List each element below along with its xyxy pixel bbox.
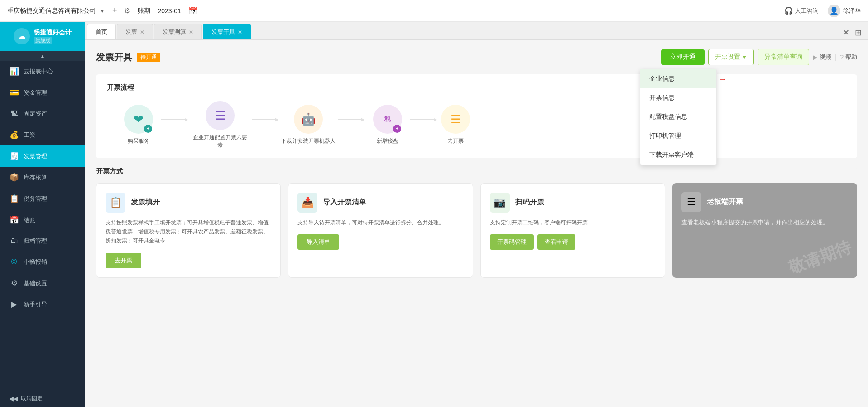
- sidebar-label-zijin: 资金管理: [24, 89, 47, 97]
- methods-title: 开票方式: [96, 167, 857, 176]
- sidebar-label-xinshou: 新手引导: [24, 300, 47, 309]
- sidebar-item-gudingzichan[interactable]: 🏗 固定资产: [0, 103, 85, 124]
- dropdown-item-ticket-info[interactable]: 开票信息: [640, 88, 716, 107]
- scroll-up-btn[interactable]: ▲: [0, 51, 85, 61]
- flow-icon-5: ☰: [441, 105, 470, 134]
- sidebar-item-guidang[interactable]: 🗂 归档管理: [0, 231, 85, 252]
- tab-fapiaokaiju[interactable]: 发票开具 ✕: [203, 24, 251, 39]
- close-tab-kaiju-icon[interactable]: ✕: [238, 29, 242, 35]
- sidebar-item-fapiao[interactable]: 🧾 发票管理: [0, 145, 85, 167]
- calendar-icon[interactable]: 📅: [188, 6, 197, 15]
- sidebar-label-fapiao: 发票管理: [24, 152, 47, 160]
- sidebar-label-yunbao: 云报表中心: [24, 68, 53, 76]
- sidebar-item-yunbao[interactable]: 📊 云报表中心: [0, 61, 85, 82]
- dropdown-item-download[interactable]: 下载开票客户端: [640, 145, 716, 165]
- refresh-icon: ©: [9, 257, 19, 266]
- user-profile-btn[interactable]: 👤 徐泽华: [828, 5, 861, 17]
- sidebar-item-kucun[interactable]: 📦 库存核算: [0, 167, 85, 188]
- content-area: 首页 发票 ✕ 发票测算 ✕ 发票开具 ✕ ✕ ⊞: [85, 22, 868, 407]
- sidebar-label-xiaochang: 小畅报销: [24, 258, 47, 266]
- human-consult-btn[interactable]: 🎧 人工咨询: [784, 6, 819, 15]
- sidebar-label-kucun: 库存核算: [24, 174, 47, 182]
- cancel-pin-btn[interactable]: ◀◀ 取消固定: [0, 390, 85, 407]
- flow-label-3: 下载并安装开票机器人: [281, 137, 336, 145]
- red-arrow-icon: →: [718, 74, 727, 84]
- dropdown-tax-info-label: 配置税盘信息: [649, 113, 687, 120]
- tabs-list: 首页 发票 ✕ 发票测算 ✕ 发票开具 ✕: [85, 22, 836, 39]
- dropdown-item-tax-info[interactable]: 配置税盘信息: [640, 107, 716, 126]
- sidebar: ☁ 畅捷通好会计 旗舰版 ▲ 📊 云报表中心 💳 资金管理 🏗 固定资产: [0, 22, 85, 407]
- tab-home-label: 首页: [96, 28, 107, 36]
- page-title: 发票开具: [96, 51, 132, 63]
- activate-btn[interactable]: 立即开通: [661, 49, 705, 65]
- scan-method-btn1[interactable]: 开票码管理: [490, 234, 534, 250]
- sidebar-items: 📊 云报表中心 💳 资金管理 🏗 固定资产 💰 工资 🧾 发票管理 📦: [0, 61, 85, 390]
- company-selector[interactable]: 重庆畅捷交通信息咨询有限公司 ▼: [7, 7, 105, 15]
- methods-section: 开票方式 📋 发票填开 支持按照发票样式手工填开发票；可开具增值税电子普通发票、…: [96, 167, 857, 278]
- tab-home[interactable]: 首页: [87, 24, 116, 39]
- scan-btn-group: 开票码管理 查看申请: [490, 234, 656, 250]
- play-icon: ▶: [9, 300, 19, 309]
- tab-fapiaocesuan[interactable]: 发票测算 ✕: [154, 24, 202, 39]
- method-card-scan-header: 📷 扫码开票: [490, 193, 656, 213]
- dropdown-item-company-info[interactable]: 企业信息 →: [640, 69, 716, 88]
- dropdown-printer-label: 打印机管理: [649, 132, 681, 139]
- play2-icon: ▶: [813, 53, 818, 61]
- chevron-down2-icon: ▼: [742, 54, 747, 60]
- flow-label-2: 企业开通配置开票六要素: [191, 134, 249, 149]
- settings-icon[interactable]: ⚙: [124, 6, 130, 15]
- calendar2-icon: 📅: [9, 215, 19, 225]
- sidebar-item-shuiwu[interactable]: 📋 税务管理: [0, 188, 85, 209]
- sidebar-item-xinshou[interactable]: ▶ 新手引导: [0, 294, 85, 315]
- box-icon: 📦: [9, 173, 19, 182]
- video-btn[interactable]: ▶ 视频: [813, 53, 831, 61]
- help-label: 帮助: [845, 53, 857, 61]
- scan-method-btn2[interactable]: 查看申请: [537, 234, 575, 250]
- dropdown-download-label: 下载开票客户端: [649, 151, 694, 158]
- flow-label-1: 购买服务: [128, 137, 149, 145]
- top-bar: 重庆畅捷交通信息咨询有限公司 ▼ + ⚙ 账期 2023-01 📅 🎧 人工咨询…: [0, 0, 868, 22]
- close-window-btn[interactable]: ✕: [841, 26, 851, 39]
- sidebar-item-jichushezhi[interactable]: ⚙ 基础设置: [0, 272, 85, 294]
- add-icon[interactable]: +: [112, 6, 117, 15]
- dropdown-item-printer[interactable]: 打印机管理: [640, 126, 716, 145]
- method-card-fill-header: 📋 发票填开: [106, 193, 271, 213]
- sidebar-item-xiaochang[interactable]: © 小畅报销: [0, 252, 85, 272]
- fill-method-btn[interactable]: 去开票: [106, 253, 141, 268]
- flow-title: 开票流程: [107, 83, 846, 92]
- tab-fapiao[interactable]: 发票 ✕: [117, 24, 153, 39]
- sidebar-label-shuiwu: 税务管理: [24, 195, 47, 203]
- abnormal-list-btn[interactable]: 异常清单查询: [758, 49, 809, 65]
- status-badge: 待开通: [137, 53, 160, 62]
- pin-icon: ◀◀: [9, 395, 18, 402]
- import-method-icon: 📥: [297, 193, 317, 213]
- sidebar-label-gudingzichan: 固定资产: [24, 110, 47, 118]
- flow-icon-3: 🤖: [294, 105, 323, 134]
- logo-area: ☁ 畅捷通好会计 旗舰版: [0, 22, 85, 51]
- method-card-fill: 📋 发票填开 支持按照发票样式手工填开发票；可开具增值税电子普通发票、增值税普通…: [96, 183, 281, 278]
- method-boss-title: 老板端开票: [707, 197, 743, 207]
- app-badge: 旗舰版: [34, 37, 52, 44]
- method-boss-desc: 查看老板端小程序提交的开票申请，并作出相应的处理。: [681, 218, 848, 228]
- sidebar-item-zijin[interactable]: 💳 资金管理: [0, 82, 85, 103]
- flow-section: 开票流程 ❤ + 购买服务 ▶: [96, 74, 857, 158]
- sidebar-item-jiezhang[interactable]: 📅 结账: [0, 209, 85, 231]
- gear-icon: ⚙: [9, 278, 19, 288]
- flow-label-4: 新增税盘: [377, 137, 398, 145]
- sidebar-label-jiezhang: 结账: [24, 216, 35, 224]
- logo-text-area: 畅捷通好会计 旗舰版: [34, 29, 72, 44]
- sidebar-item-gongzi[interactable]: 💰 工资: [0, 124, 85, 145]
- close-tab-fapiao-icon[interactable]: ✕: [140, 29, 144, 35]
- maximize-btn[interactable]: ⊞: [853, 26, 863, 39]
- scan-method-icon: 📷: [490, 193, 510, 213]
- tax-icon: 📋: [9, 194, 19, 204]
- settings-dropdown-btn[interactable]: 开票设置 ▼: [708, 49, 754, 65]
- help-btn[interactable]: ? 帮助: [840, 53, 857, 61]
- close-tab-cesuan-icon[interactable]: ✕: [189, 29, 193, 35]
- flow-label-5: 去开票: [447, 137, 464, 145]
- import-method-btn[interactable]: 导入清单: [297, 234, 339, 250]
- method-scan-title: 扫码开票: [515, 198, 544, 207]
- flow-connector-4: ▶: [410, 117, 437, 122]
- period-value: 2023-01: [158, 7, 181, 15]
- method-card-import: 📥 导入开票清单 支持导入待开票清单，可对待开票清单进行拆分、合并处理。 导入清…: [288, 183, 473, 278]
